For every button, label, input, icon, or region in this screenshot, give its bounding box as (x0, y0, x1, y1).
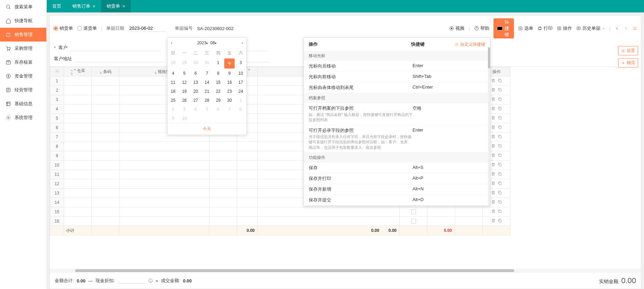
sidebar-item-sales[interactable]: 销售管理 (0, 28, 46, 42)
sc-scrollbar[interactable] (488, 47, 490, 206)
cal-day-next[interactable]: 8 (235, 105, 246, 114)
copy-icon[interactable] (498, 172, 502, 176)
nav-next[interactable] (624, 26, 628, 31)
history-link[interactable]: 历史单据 (576, 25, 605, 31)
video-link[interactable]: 视频 (449, 25, 464, 31)
copy-icon[interactable] (498, 218, 502, 223)
radio-return[interactable]: 退货单 (77, 25, 97, 31)
radio-sales[interactable]: 销货单 (53, 25, 73, 31)
cal-day[interactable]: 8 (212, 69, 224, 78)
delete-icon[interactable] (491, 153, 496, 157)
logistics-button[interactable]: 物流 (618, 58, 638, 67)
cal-prev[interactable]: ‹ (171, 40, 172, 45)
cal-day-prev[interactable]: 29 (179, 58, 190, 69)
hotkey-button[interactable]: 快捷键 (493, 18, 514, 38)
cal-day[interactable]: 11 (167, 78, 179, 87)
cal-day-next[interactable]: 9 (167, 114, 179, 123)
cal-next[interactable]: › (242, 40, 243, 45)
cal-day-today[interactable]: 今 (224, 58, 235, 69)
horizontal-scrollbar[interactable] (50, 269, 641, 273)
cal-day[interactable]: 9 (224, 69, 235, 78)
cash-discount-input[interactable] (118, 278, 145, 283)
cal-day-next[interactable]: 5 (201, 105, 213, 114)
cal-day[interactable]: 4 (167, 69, 179, 78)
cal-day[interactable]: 17 (235, 78, 246, 87)
cal-day[interactable]: 16 (224, 78, 235, 87)
copy-icon[interactable] (498, 106, 502, 111)
copy-icon[interactable] (498, 181, 502, 186)
sidebar-item-stock[interactable]: 库存核算 (0, 55, 46, 69)
copy-icon[interactable] (498, 190, 502, 195)
close-icon[interactable]: ✕ (122, 4, 125, 9)
cal-day-prev[interactable]: 30 (190, 58, 201, 69)
cal-day-next[interactable]: 3 (179, 105, 190, 114)
tab-销售订单[interactable]: 销售订单✕ (67, 0, 101, 12)
cal-day[interactable]: 3 (235, 58, 246, 69)
print-link[interactable]: 打印 (537, 25, 553, 31)
cal-day[interactable]: 22 (212, 87, 224, 96)
help-link[interactable]: 帮助 (474, 25, 489, 31)
copy-icon[interactable] (498, 88, 502, 92)
cal-day-next[interactable]: 7 (224, 105, 235, 114)
cal-day[interactable]: 25 (167, 96, 179, 105)
delete-icon[interactable] (491, 106, 496, 111)
delete-icon[interactable] (491, 88, 496, 92)
copy-icon[interactable] (498, 97, 502, 101)
cal-day-prev[interactable]: 28 (167, 58, 179, 69)
tab-首页[interactable]: 首页 (47, 0, 67, 12)
delete-icon[interactable] (491, 190, 496, 195)
cal-day[interactable]: 13 (190, 78, 201, 87)
cal-today-btn[interactable]: 今天 (167, 123, 246, 135)
cal-day[interactable]: 12 (179, 78, 190, 87)
cal-day-next[interactable]: 4 (190, 105, 201, 114)
cal-day[interactable]: 26 (179, 96, 190, 105)
cal-day[interactable]: 27 (190, 96, 201, 105)
gift-checkbox[interactable] (411, 209, 416, 214)
cal-day[interactable]: 14 (201, 78, 213, 87)
cal-day[interactable]: 18 (167, 87, 179, 96)
custom-hotkey-link[interactable]: 自定义快捷键 (454, 42, 485, 47)
sidebar-item-sys[interactable]: 系统管理 (0, 111, 46, 125)
date-input[interactable] (128, 25, 166, 32)
cal-day[interactable]: 10 (235, 69, 246, 78)
customer-input[interactable] (70, 44, 160, 51)
delete-icon[interactable] (491, 97, 496, 101)
cal-day[interactable]: 23 (224, 87, 235, 96)
sidebar-item-cart[interactable]: 采购管理 (0, 42, 46, 55)
delete-icon[interactable] (491, 125, 496, 129)
delete-icon[interactable] (491, 162, 496, 167)
delete-icon[interactable] (491, 116, 496, 120)
discount-help-icon[interactable] (148, 278, 153, 283)
copy-icon[interactable] (498, 144, 502, 148)
copy-icon[interactable] (498, 209, 502, 214)
close-icon[interactable]: ✕ (92, 4, 96, 9)
nav-prev[interactable] (615, 26, 619, 31)
customer-addr-input[interactable] (75, 55, 165, 62)
th-barcode[interactable]: ▲▼条码 (92, 67, 119, 76)
cal-day-next[interactable]: 10 (179, 114, 190, 123)
cal-day-next[interactable]: 6 (212, 105, 224, 114)
delete-icon[interactable] (491, 172, 496, 176)
copy-icon[interactable] (498, 125, 502, 129)
cal-day[interactable]: 20 (190, 87, 201, 96)
cal-day[interactable]: 19 (179, 87, 190, 96)
cal-day[interactable]: 24 (235, 87, 246, 96)
table-row[interactable]: 16 (50, 217, 510, 226)
sidebar-item-search[interactable]: 搜索菜单 (0, 0, 46, 14)
delete-icon[interactable] (491, 134, 496, 139)
cal-day[interactable]: 29 (212, 96, 224, 105)
delete-icon[interactable] (491, 144, 496, 148)
cal-day[interactable]: 15 (212, 78, 224, 87)
gift-checkbox[interactable] (411, 219, 416, 224)
cal-day[interactable]: 28 (201, 96, 213, 105)
cal-day[interactable]: 1 (212, 58, 224, 69)
copy-icon[interactable] (498, 134, 502, 139)
cal-day[interactable]: 5 (179, 69, 190, 78)
cal-day[interactable]: 21 (201, 87, 213, 96)
sidebar-item-biz[interactable]: 经营管理 (0, 83, 46, 97)
cal-day-prev[interactable]: 31 (201, 58, 213, 69)
cal-day[interactable]: 6 (190, 69, 201, 78)
delete-icon[interactable] (491, 218, 496, 223)
copy-icon[interactable] (498, 200, 502, 204)
table-row[interactable]: 15 (50, 207, 510, 217)
